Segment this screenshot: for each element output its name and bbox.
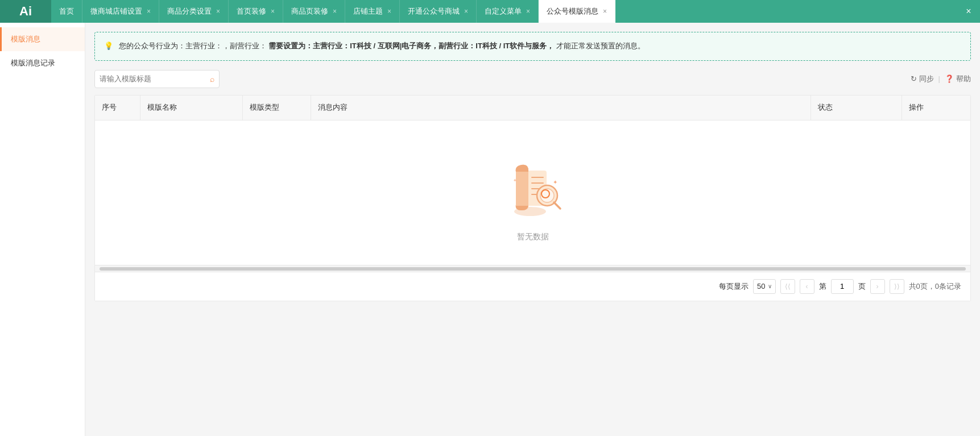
logo: Ai [0,0,51,23]
nav-tabs: 首页 微商城店铺设置 × 商品分类设置 × 首页装修 × 商品页装修 × 店铺主… [51,0,957,23]
help-icon: ❓ [945,74,954,83]
nav-tab-shop-theme[interactable]: 店铺主题 × [345,0,400,23]
nav-tab-home-decor[interactable]: 首页装修 × [229,0,283,23]
page-size-chevron: ∨ [768,283,772,289]
nav-tab-category[interactable]: 商品分类设置 × [159,0,229,23]
page-number-input[interactable] [831,279,854,294]
nav-tab-product-decor[interactable]: 商品页装修 × [283,0,345,23]
horizontal-scrollbar[interactable] [95,265,970,272]
close-tab-custom-menu[interactable]: × [526,7,530,15]
bulb-icon: 💡 [104,41,113,50]
page-label: 页 [858,281,866,292]
search-actions: ↻ 同步 | ❓ 帮助 [911,74,971,84]
col-status: 状态 [811,95,902,120]
nav-tab-open-mall[interactable]: 开通公众号商城 × [400,0,477,23]
close-tab-shop-theme[interactable]: × [387,7,391,15]
col-type: 模版类型 [243,95,311,120]
sidebar: 模版消息 模版消息记录 [0,23,85,436]
last-page-icon: ⟩⟩ [894,283,900,290]
prev-page-icon: ‹ [806,283,808,290]
notice-suffix: 才能正常发送预置的消息。 [556,41,645,50]
empty-icon: ✦ ✦ [499,155,567,223]
sync-icon: ↻ [911,74,917,83]
nav-tab-home[interactable]: 首页 [51,0,82,23]
nav-tab-custom-menu[interactable]: 自定义菜单 × [477,0,539,23]
col-seq: 序号 [95,95,140,120]
close-tab-product-decor[interactable]: × [333,7,337,15]
col-name: 模版名称 [140,95,243,120]
close-tab-wechat-shop[interactable]: × [147,7,151,15]
col-content: 消息内容 [311,95,811,120]
sync-button[interactable]: ↻ 同步 [911,74,934,84]
sidebar-item-template-record[interactable]: 模版消息记录 [0,51,85,75]
notice-highlight: 需要设置为：主营行业：IT科技 / 互联网|电子商务，副营行业：IT科技 / I… [268,41,554,50]
page-size-value: 50 [757,282,765,290]
search-icon[interactable]: ⌕ [210,74,214,84]
svg-text:✦: ✦ [513,178,517,183]
first-page-icon: ⟨⟨ [785,283,791,290]
content-area: 💡 您的公众号行业为：主营行业：，副营行业： 需要设置为：主营行业：IT科技 /… [85,23,980,436]
prev-page-button[interactable]: ‹ [800,279,814,294]
main-layout: 模版消息 模版消息记录 💡 您的公众号行业为：主营行业：，副营行业： 需要设置为… [0,23,980,436]
actions-divider: | [938,74,940,83]
scroll-track[interactable] [100,267,966,271]
last-page-button[interactable]: ⟩⟩ [890,279,904,294]
close-tab-template-msg[interactable]: × [603,7,607,15]
close-tab-home-decor[interactable]: × [271,7,275,15]
pagination: 每页显示 50 ∨ ⟨⟨ ‹ 第 页 › ⟩⟩ [95,272,970,301]
svg-text:✦: ✦ [553,179,557,185]
notice-prefix: 您的公众号行业为：主营行业：，副营行业： [119,41,267,50]
help-button[interactable]: ❓ 帮助 [945,74,971,84]
col-action: 操作 [902,95,970,120]
page-size-label: 每页显示 [719,281,749,292]
search-input-wrap[interactable]: ⌕ [94,70,220,88]
first-page-button[interactable]: ⟨⟨ [780,279,795,294]
help-label: 帮助 [956,74,971,84]
sync-label: 同步 [919,74,934,84]
next-page-icon: › [876,283,879,290]
top-nav: Ai 首页 微商城店铺设置 × 商品分类设置 × 首页装修 × 商品页装修 × … [0,0,980,23]
table-header: 序号 模版名称 模版类型 消息内容 状态 操作 [95,95,970,121]
notice-box: 💡 您的公众号行业为：主营行业：，副营行业： 需要设置为：主营行业：IT科技 /… [94,32,971,61]
total-info: 共0页，0条记录 [909,281,961,292]
nav-tab-wechat-shop[interactable]: 微商城店铺设置 × [82,0,159,23]
close-tab-open-mall[interactable]: × [464,7,468,15]
empty-state: ✦ ✦ 暂无数据 [95,121,970,265]
empty-text: 暂无数据 [517,232,549,242]
sidebar-item-template-msg[interactable]: 模版消息 [0,27,85,51]
nav-tab-template-msg[interactable]: 公众号模版消息 × [539,0,615,23]
page-size-select[interactable]: 50 ∨ [753,279,775,294]
data-table: 序号 模版名称 模版类型 消息内容 状态 操作 [94,95,971,301]
search-input[interactable] [100,74,210,83]
svg-line-7 [554,202,560,209]
search-bar: ⌕ ↻ 同步 | ❓ 帮助 [94,70,971,88]
di-label: 第 [819,281,826,292]
next-page-button[interactable]: › [870,279,885,294]
global-close-button[interactable]: × [957,0,980,23]
close-tab-category[interactable]: × [216,7,220,15]
